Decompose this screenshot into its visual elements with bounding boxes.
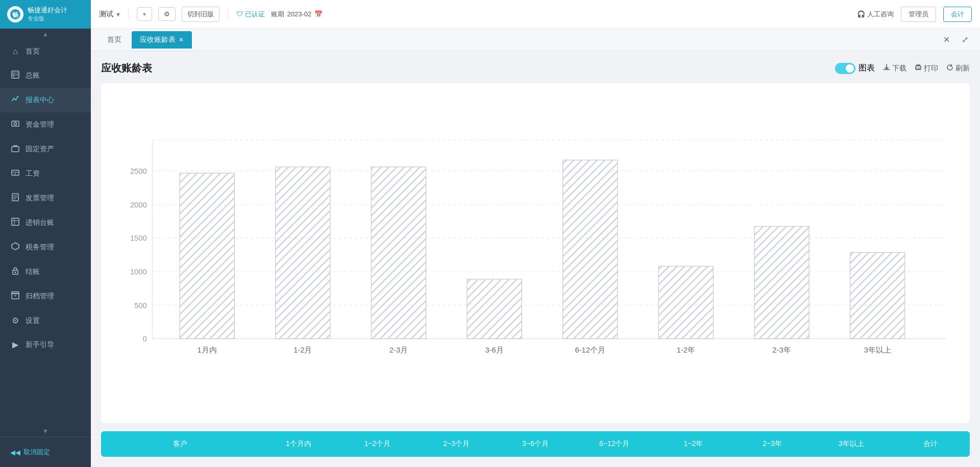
tab-aging-label: 应收账龄表 (140, 35, 176, 44)
period-value: 2023-02 (287, 10, 312, 18)
svg-text:1-2年: 1-2年 (677, 346, 695, 354)
calendar-icon[interactable]: 📅 (314, 10, 323, 18)
scroll-down-arrow[interactable]: ▼ (0, 426, 91, 437)
tab-aging[interactable]: 应收账龄表 ✕ (132, 31, 192, 49)
sidebar-item-settings[interactable]: ⚙ 设置 (0, 309, 91, 333)
report-header: 应收账龄表 图表 下载 (101, 61, 970, 75)
sidebar-item-wages[interactable]: ¥ 工资 (0, 161, 91, 186)
pin-label: 取消固定 (23, 448, 50, 457)
sidebar-item-reports[interactable]: 报表中心 (0, 88, 91, 112)
sidebar-item-closing[interactable]: 结账 (0, 260, 91, 284)
funds-icon (10, 120, 20, 130)
tab-close-btn[interactable]: ✕ (179, 36, 184, 43)
svg-text:500: 500 (134, 301, 147, 310)
svg-marker-22 (12, 243, 19, 250)
bar-2-3月 (371, 167, 426, 339)
bar-1月内 (180, 173, 234, 339)
sidebar-item-ledger[interactable]: 总账 (0, 63, 91, 88)
sidebar-item-label: 新手引导 (26, 340, 54, 349)
refresh-icon (946, 64, 953, 73)
sidebar-item-assets[interactable]: 固定资产 (0, 137, 91, 161)
switch-version-btn[interactable]: 切到旧版 (182, 7, 219, 22)
svg-rect-29 (917, 68, 920, 69)
sidebar-item-label: 总账 (26, 71, 40, 80)
download-label: 下载 (892, 64, 906, 73)
sidebar-item-label: 发票管理 (26, 194, 54, 203)
bar-chart: 0 500 1000 1500 2000 2500 1月内 1-2月 (111, 94, 960, 413)
sidebar-item-label: 结账 (26, 267, 40, 276)
manager-btn[interactable]: 管理员 (901, 7, 936, 22)
guide-icon: ▶ (10, 340, 20, 349)
period-display: 账期 2023-02 📅 (271, 10, 323, 19)
bar-3年以上 (850, 252, 905, 339)
nav-divider-2 (228, 9, 228, 19)
table-header-client: 客户 (101, 431, 259, 457)
unpin-button[interactable]: ◀◀ 取消固定 (0, 442, 91, 462)
add-workspace-btn[interactable]: + (137, 7, 152, 21)
scroll-up-arrow[interactable]: ▲ (0, 29, 91, 40)
refresh-btn[interactable]: 刷新 (946, 64, 970, 73)
sidebar-bottom: ◀◀ 取消固定 (0, 437, 91, 467)
support-btn[interactable]: 🎧 人工咨询 (857, 10, 894, 19)
svg-text:2500: 2500 (130, 167, 147, 175)
sidebar-item-guide[interactable]: ▶ 新手引导 (0, 333, 91, 357)
bar-3-6月 (467, 279, 522, 339)
svg-rect-9 (12, 121, 19, 126)
close-panel-btn[interactable]: ✕ (939, 33, 953, 47)
sidebar-item-home[interactable]: ⌂ 首页 (0, 40, 91, 63)
svg-point-10 (14, 123, 17, 125)
manager-label: 管理员 (909, 10, 928, 18)
topnav: 测试 ▾ + ⚙ 切到旧版 🛡 已认证 账期 2023-02 📅 🎧 人工咨询 (91, 0, 980, 29)
sidebar-scroll: ⌂ 首页 总账 报表 (0, 40, 91, 426)
report-actions: 图表 下载 (835, 63, 970, 74)
tab-home[interactable]: 首页 (99, 31, 130, 49)
workspace-dropdown-icon[interactable]: ▾ (116, 10, 120, 18)
app-edition: 专业版 (28, 15, 67, 22)
table-header-6-12month: 6~12个月 (575, 431, 654, 457)
download-btn[interactable]: 下载 (883, 64, 906, 73)
workspace-label: 测试 (99, 10, 113, 19)
sidebar-item-label: 工资 (26, 169, 40, 178)
ledger-icon (10, 71, 20, 81)
topnav-right: 🎧 人工咨询 管理员 会计 (857, 7, 972, 22)
table-header-total: 合计 (891, 431, 970, 457)
print-icon (915, 64, 922, 73)
shield-icon: 🛡 (236, 10, 243, 18)
switch-version-label: 切到旧版 (187, 10, 214, 19)
svg-text:2-3月: 2-3月 (389, 346, 408, 354)
print-label: 打印 (924, 64, 938, 73)
workspace-name: 测试 ▾ (99, 10, 120, 19)
sidebar-item-funds[interactable]: 资金管理 (0, 112, 91, 137)
main-content: 测试 ▾ + ⚙ 切到旧版 🛡 已认证 账期 2023-02 📅 🎧 人工咨询 (91, 0, 980, 467)
page-title: 应收账龄表 (101, 61, 152, 75)
svg-text:1月内: 1月内 (198, 346, 217, 354)
settings-icon: ⚙ (10, 316, 20, 325)
sidebar-item-archive[interactable]: 归档管理 (0, 284, 91, 309)
sidebar-item-label: 税务管理 (26, 243, 54, 252)
table-header-2-3year: 2~3年 (733, 431, 812, 457)
sidebar-item-sales[interactable]: 进销台账 (0, 211, 91, 235)
svg-point-24 (15, 272, 16, 273)
sales-icon (10, 218, 20, 228)
certified-label: 已认证 (245, 10, 265, 19)
svg-point-8 (17, 96, 19, 98)
print-btn[interactable]: 打印 (915, 64, 938, 73)
archive-icon (10, 291, 20, 301)
svg-text:¥: ¥ (14, 172, 16, 175)
home-icon: ⌂ (10, 47, 20, 56)
settings-btn[interactable]: ⚙ (158, 7, 176, 21)
table-header-1-2year: 1~2年 (654, 431, 733, 457)
table-header-1-2month: 1~2个月 (338, 431, 417, 457)
tab-home-label: 首页 (107, 35, 121, 44)
svg-point-6 (13, 98, 15, 100)
sidebar-item-invoice[interactable]: 发票管理 (0, 186, 91, 211)
svg-text:1000: 1000 (130, 268, 147, 276)
sidebar-item-label: 设置 (26, 316, 40, 325)
chart-toggle[interactable] (835, 63, 855, 74)
expand-panel-btn[interactable]: ⤢ (958, 33, 972, 47)
svg-rect-19 (12, 218, 19, 225)
table-header-3-6month: 3~6个月 (496, 431, 575, 457)
sidebar-item-tax[interactable]: 税务管理 (0, 235, 91, 260)
tab-actions: ✕ ⤢ (939, 33, 972, 47)
role-btn[interactable]: 会计 (943, 7, 972, 22)
